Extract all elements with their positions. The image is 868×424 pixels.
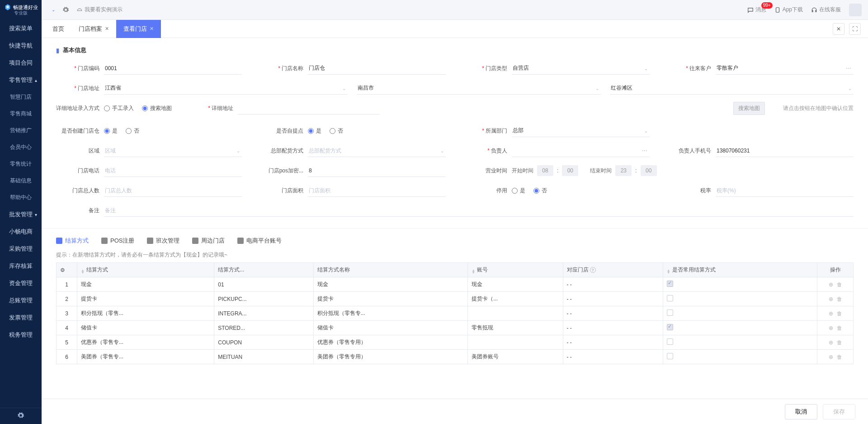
sidebar-item-1[interactable]: 快捷导航 — [0, 37, 42, 54]
settings-icon[interactable] — [62, 6, 69, 13]
page-tab-1[interactable]: 门店档案✕ — [71, 20, 116, 38]
store-type-select[interactable] — [512, 62, 650, 75]
owner-input[interactable] — [512, 145, 650, 157]
department-select[interactable] — [512, 125, 650, 137]
sidebar-item-14[interactable]: 库存核算 — [0, 257, 42, 275]
messages-button[interactable]: 消息 99+ — [747, 6, 766, 14]
delete-row-icon[interactable]: 🗑 — [837, 325, 842, 331]
end-min-input[interactable]: 00 — [641, 165, 657, 176]
start-hour-input[interactable]: 08 — [537, 165, 553, 176]
store-code-input[interactable] — [104, 62, 242, 75]
add-row-icon[interactable]: ⊕ — [829, 354, 833, 360]
sidebar-settings[interactable] — [0, 408, 42, 424]
delete-row-icon[interactable]: 🗑 — [837, 354, 842, 360]
common-checkbox[interactable] — [667, 353, 673, 359]
sidebar-item-4[interactable]: 智慧门店 — [0, 89, 42, 105]
page-tab-0[interactable]: 首页 — [45, 20, 71, 38]
add-row-icon[interactable]: ⊕ — [829, 339, 833, 346]
sub-tab-0[interactable]: 结算方式 — [56, 237, 89, 245]
user-avatar[interactable] — [849, 4, 862, 16]
close-all-tabs-button[interactable]: ✕ — [833, 23, 844, 35]
headcount-input[interactable] — [104, 185, 242, 197]
area-size-input[interactable] — [308, 185, 446, 197]
disable-yes-radio[interactable]: 是 — [512, 187, 525, 195]
create-wh-yes-radio[interactable]: 是 — [104, 127, 118, 135]
tax-input[interactable] — [716, 185, 854, 197]
page-tab-2[interactable]: 查看门店✕ — [116, 20, 161, 38]
cancel-button[interactable]: 取消 — [785, 404, 817, 419]
sub-tab-3[interactable]: 周边门店 — [192, 237, 225, 245]
sidebar-item-7[interactable]: 会员中心 — [0, 139, 42, 156]
close-icon[interactable]: ✕ — [105, 26, 109, 32]
sidebar-item-9[interactable]: 基础信息 — [0, 172, 42, 189]
sub-tab-icon — [147, 238, 153, 244]
start-min-input[interactable]: 00 — [562, 165, 578, 176]
sidebar-item-10[interactable]: 帮助中心 — [0, 189, 42, 206]
add-row-icon[interactable]: ⊕ — [829, 310, 833, 317]
common-checkbox[interactable] — [667, 295, 673, 301]
delete-row-icon[interactable]: 🗑 — [837, 296, 842, 302]
tab-label: 首页 — [52, 25, 64, 33]
city-select[interactable] — [357, 82, 600, 95]
end-hour-input[interactable]: 23 — [615, 165, 632, 176]
store-name-input[interactable] — [308, 62, 446, 75]
create-wh-no-radio[interactable]: 否 — [126, 127, 139, 135]
help-icon[interactable]: ? — [590, 267, 596, 273]
sidebar-item-6[interactable]: 营销推广 — [0, 122, 42, 139]
demo-link[interactable]: 我要看实例演示 — [76, 6, 123, 14]
add-row-icon[interactable]: ⊕ — [829, 281, 833, 288]
sidebar-item-3[interactable]: 零售管理▴ — [0, 71, 42, 89]
sidebar-item-8[interactable]: 零售统计 — [0, 156, 42, 172]
addr-mode-map-radio[interactable]: 搜索地图 — [142, 105, 172, 112]
store-tel-input[interactable] — [104, 165, 242, 177]
sidebar-item-0[interactable]: 搜索菜单 — [0, 20, 42, 37]
sub-tab-2[interactable]: 班次管理 — [147, 237, 179, 245]
sidebar-item-13[interactable]: 采购管理 — [0, 240, 42, 257]
sort-icon[interactable]: ▲▼ — [81, 269, 85, 274]
sidebar-item-17[interactable]: 发票管理 — [0, 309, 42, 326]
sort-icon[interactable]: ▲▼ — [667, 269, 670, 274]
pos-pwd-input[interactable] — [308, 165, 446, 177]
gear-icon[interactable]: ⚙ — [60, 267, 65, 273]
common-checkbox[interactable] — [667, 310, 673, 316]
delete-row-icon[interactable]: 🗑 — [837, 339, 842, 346]
customer-service-button[interactable]: 在线客服 — [811, 6, 841, 14]
area-select[interactable] — [104, 145, 242, 157]
org-selector[interactable]: ⌄ — [48, 7, 55, 12]
sidebar-item-18[interactable]: 税务管理 — [0, 326, 42, 343]
close-icon[interactable]: ✕ — [150, 26, 154, 32]
sub-tab-1[interactable]: POS注册 — [101, 237, 134, 245]
remark-input[interactable] — [104, 205, 854, 217]
label-area: 区域 — [89, 148, 99, 154]
sidebar-item-2[interactable]: 项目合同 — [0, 54, 42, 71]
sub-tab-4[interactable]: 电商平台账号 — [237, 237, 282, 245]
sort-icon[interactable]: ▲▼ — [472, 269, 475, 274]
add-row-icon[interactable]: ⊕ — [829, 325, 833, 331]
delete-row-icon[interactable]: 🗑 — [837, 281, 842, 288]
customer-input[interactable] — [716, 62, 854, 75]
sidebar-item-16[interactable]: 总账管理 — [0, 292, 42, 309]
owner-phone-input[interactable] — [716, 145, 854, 157]
district-select[interactable] — [610, 82, 854, 95]
disable-no-radio[interactable]: 否 — [533, 187, 547, 195]
fullscreen-button[interactable]: ⛶ — [849, 23, 861, 35]
app-download-button[interactable]: App下载 — [774, 6, 803, 14]
selfpick-no-radio[interactable]: 否 — [330, 127, 343, 135]
common-checkbox[interactable] — [667, 324, 673, 330]
province-select[interactable] — [104, 82, 348, 95]
common-checkbox[interactable] — [667, 281, 673, 287]
sub-tab-label: POS注册 — [110, 237, 134, 245]
addr-mode-manual-radio[interactable]: 手工录入 — [104, 105, 134, 112]
add-row-icon[interactable]: ⊕ — [829, 296, 833, 302]
common-checkbox[interactable] — [667, 338, 673, 345]
hq-dist-select[interactable] — [308, 145, 446, 157]
detail-addr-input[interactable] — [238, 102, 380, 114]
selfpick-yes-radio[interactable]: 是 — [308, 127, 321, 135]
search-map-button[interactable]: 搜索地图 — [733, 102, 765, 115]
sidebar-item-12[interactable]: 小畅电商 — [0, 223, 42, 240]
sidebar-item-5[interactable]: 零售商城 — [0, 105, 42, 122]
delete-row-icon[interactable]: 🗑 — [837, 310, 842, 317]
save-button[interactable]: 保存 — [823, 404, 855, 419]
sidebar-item-15[interactable]: 资金管理 — [0, 275, 42, 292]
sidebar-item-11[interactable]: 批发管理▾ — [0, 206, 42, 223]
